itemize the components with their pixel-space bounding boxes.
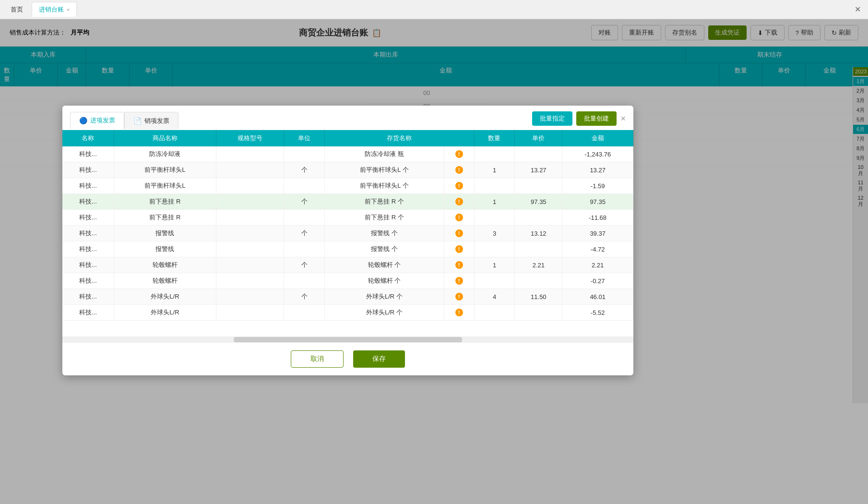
cancel-button[interactable]: 取消 — [291, 350, 344, 368]
modal-tabs: 🔵 进项发票 📄 销项发票 — [70, 112, 178, 129]
cell-4-0: 科技... — [62, 210, 114, 226]
cell-6-3 — [284, 241, 325, 257]
cell-6-6 — [474, 241, 515, 257]
save-button[interactable]: 保存 — [353, 350, 405, 368]
modal-dialog: 🔵 进项发票 📄 销项发票 批量指定 批量创建 × — [62, 106, 633, 375]
cell-3-8: 97.35 — [562, 194, 633, 210]
horizontal-scrollbar[interactable] — [62, 336, 633, 342]
cell-0-2 — [216, 146, 284, 162]
modal-close-button[interactable]: × — [620, 114, 626, 124]
cell-2-3 — [284, 178, 325, 194]
th-amount: 金额 — [562, 130, 633, 146]
cell-8-1: 轮毂螺杆 — [114, 273, 216, 289]
cell-3-1: 前下悬挂 R — [114, 194, 216, 210]
warning-icon: ! — [455, 166, 463, 174]
cell-5-1: 报警线 — [114, 226, 216, 241]
table-row: 科技...防冻冷却液防冻冷却液 瓶!-1,243.76 — [62, 146, 633, 162]
cell-0-6 — [474, 146, 515, 162]
cell-10-4: 外球头L/R 个 — [325, 305, 444, 321]
cell-4-4: 前下悬挂 R 个 — [325, 210, 444, 226]
cell-6-7 — [515, 241, 562, 257]
table-row: 科技...前平衡杆球头L个前平衡杆球头L 个!113.2713.27 — [62, 162, 633, 178]
table-row: 科技...前平衡杆球头L前平衡杆球头L 个!-1.59 — [62, 178, 633, 194]
th-qty: 数量 — [474, 130, 515, 146]
window-close-button[interactable]: ✕ — [851, 3, 864, 16]
th-company-name: 名称 — [62, 130, 114, 146]
cell-8-0: 科技... — [62, 273, 114, 289]
cell-1-5: ! — [444, 162, 474, 178]
table-row: 科技...外球头L/R外球头L/R 个!-5.52 — [62, 305, 633, 321]
cell-5-0: 科技... — [62, 226, 114, 241]
tab-active[interactable]: 进销台账 × — [32, 2, 77, 17]
cell-4-8: -11.68 — [562, 210, 633, 226]
cell-3-3: 个 — [284, 194, 325, 210]
th-inventory-name: 存货名称 — [325, 130, 474, 146]
cell-9-8: 46.01 — [562, 289, 633, 305]
cell-5-8: 39.37 — [562, 226, 633, 241]
table-row: 科技...前下悬挂 R前下悬挂 R 个!-11.68 — [62, 210, 633, 226]
warning-icon: ! — [455, 182, 463, 190]
cell-10-3 — [284, 305, 325, 321]
cell-7-2 — [216, 257, 284, 273]
cell-1-7: 13.27 — [515, 162, 562, 178]
cell-0-8: -1,243.76 — [562, 146, 633, 162]
top-bar: 首页 进销台账 × ✕ — [0, 0, 868, 19]
cell-9-6: 4 — [474, 289, 515, 305]
cell-5-3: 个 — [284, 226, 325, 241]
cell-6-0: 科技... — [62, 241, 114, 257]
th-unit-price: 单价 — [515, 130, 562, 146]
modal-batch-actions: 批量指定 批量创建 — [532, 111, 617, 126]
cell-1-4: 前平衡杆球头L 个 — [325, 162, 444, 178]
cell-3-5: ! — [444, 194, 474, 210]
cell-2-0: 科技... — [62, 178, 114, 194]
modal-header: 🔵 进项发票 📄 销项发票 批量指定 批量创建 × — [62, 106, 633, 130]
cell-1-0: 科技... — [62, 162, 114, 178]
cell-0-3 — [284, 146, 325, 162]
cell-0-4: 防冻冷却液 瓶 — [325, 146, 444, 162]
cell-4-7 — [515, 210, 562, 226]
tab-outbound-invoice[interactable]: 📄 销项发票 — [124, 112, 178, 129]
cell-3-0: 科技... — [62, 194, 114, 210]
table-row: 科技...报警线个报警线 个!313.1239.37 — [62, 226, 633, 241]
th-unit: 单位 — [284, 130, 325, 146]
cell-4-2 — [216, 210, 284, 226]
cell-1-6: 1 — [474, 162, 515, 178]
cell-7-7: 2.21 — [515, 257, 562, 273]
inbound-tab-label: 进项发票 — [90, 116, 115, 125]
outbound-tab-label: 销项发票 — [144, 117, 169, 125]
cell-10-0: 科技... — [62, 305, 114, 321]
warning-icon: ! — [455, 245, 463, 253]
active-tab-label: 进销台账 — [39, 5, 64, 14]
warning-icon: ! — [455, 261, 463, 269]
main-content: 销售成本计算方法： 月平均 商贸企业进销台账 📋 对账 重新开账 存货别名 生成… — [0, 19, 868, 504]
cell-2-5: ! — [444, 178, 474, 194]
warning-icon: ! — [455, 198, 463, 205]
cell-3-7: 97.35 — [515, 194, 562, 210]
cell-10-7 — [515, 305, 562, 321]
table-row: 科技...外球头L/R个外球头L/R 个!411.5046.01 — [62, 289, 633, 305]
cell-7-8: 2.21 — [562, 257, 633, 273]
cell-2-2 — [216, 178, 284, 194]
table-row: 科技...轮毂螺杆轮毂螺杆 个!-0.27 — [62, 273, 633, 289]
batch-assign-button[interactable]: 批量指定 — [532, 111, 572, 126]
cell-9-7: 11.50 — [515, 289, 562, 305]
warning-icon: ! — [455, 277, 463, 285]
cell-9-4: 外球头L/R 个 — [325, 289, 444, 305]
cell-2-8: -1.59 — [562, 178, 633, 194]
cell-1-3: 个 — [284, 162, 325, 178]
cell-6-4: 报警线 个 — [325, 241, 444, 257]
modal-table-scroll[interactable]: 名称 商品名称 规格型号 单位 存货名称 数量 单价 金额 科技...防冻冷却液… — [62, 130, 633, 336]
tab-inbound-invoice[interactable]: 🔵 进项发票 — [70, 112, 124, 129]
cell-5-7: 13.12 — [515, 226, 562, 241]
cell-5-5: ! — [444, 226, 474, 241]
warning-icon: ! — [455, 150, 463, 158]
tab-close-icon[interactable]: × — [67, 7, 70, 12]
cell-10-6 — [474, 305, 515, 321]
cell-2-7 — [515, 178, 562, 194]
th-product-name: 商品名称 — [114, 130, 216, 146]
tab-home[interactable]: 首页 — [4, 2, 30, 17]
cell-8-5: ! — [444, 273, 474, 289]
batch-create-button[interactable]: 批量创建 — [576, 111, 617, 126]
cell-7-5: ! — [444, 257, 474, 273]
cell-6-2 — [216, 241, 284, 257]
